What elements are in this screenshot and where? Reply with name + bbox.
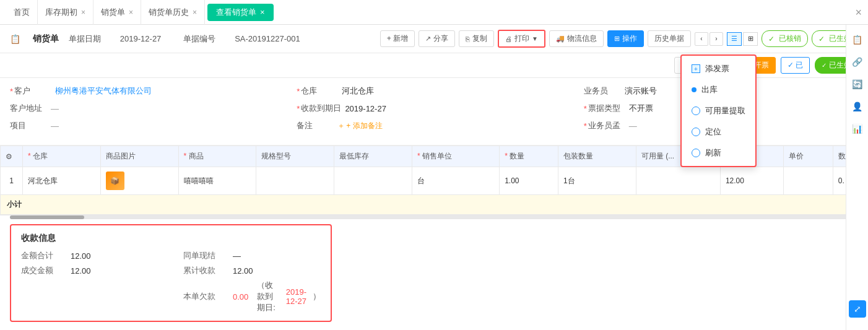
close-view-sales-tab[interactable]: × (260, 4, 265, 21)
operation-dropdown: + 添发票 出库 可用量提取 定位 刷新 (680, 54, 757, 167)
sales-rep-value: — (629, 121, 637, 131)
customer-value[interactable]: 柳州粤港平安气体有限公司 (55, 85, 152, 97)
row-stock: 12.00 (720, 167, 784, 195)
sales-person-value: 演示账号 (625, 85, 657, 97)
col-product-img: 商品图片 (100, 146, 178, 167)
close-sales-history-tab[interactable]: × (193, 8, 197, 17)
print-button[interactable]: 🖨 打印 ▼ (498, 30, 545, 48)
payment-due-field: * 收款到期日 2019-12-27 (297, 103, 571, 114)
menu-refresh[interactable]: 刷新 (682, 142, 755, 163)
warehouse-field: * 仓库 河北仓库 (297, 85, 571, 97)
copy-button[interactable]: ⎘ 复制 (459, 30, 494, 47)
total-amount-row: 金额合计 12.00 (21, 250, 158, 261)
warehouse-value: 河北仓库 (342, 85, 374, 97)
row-available (636, 167, 720, 195)
doc-icon: 📋 (10, 34, 20, 44)
col-settings[interactable]: ⚙ (1, 146, 23, 167)
cumulative-payment-value: 12.00 (233, 266, 253, 276)
payment-info-title: 收款信息 (21, 233, 321, 244)
col-pack-qty: 包装数量 (558, 146, 636, 167)
close-inventory-init-tab[interactable]: × (81, 8, 85, 17)
note-field: 备注 ＋ + 添加备注 (297, 120, 571, 131)
transaction-amount-row: 成交金额 12.00 (21, 265, 158, 276)
col-spec: 规格型号 (256, 146, 334, 167)
product-thumbnail: 📦 (106, 172, 124, 190)
add-invoice-icon: + (692, 64, 700, 73)
menu-add-invoice[interactable]: + 添发票 (682, 58, 755, 79)
current-debt-row: 本单欠款 0.00 （收款到期日: 2019-12-27 ） (183, 280, 321, 313)
tab-sales-order[interactable]: 销货单 × (93, 0, 141, 25)
sidebar-icon-3[interactable]: 🔄 (849, 76, 866, 93)
address-field: 客户地址 — (10, 103, 284, 114)
transaction-amount-value: 12.00 (71, 266, 91, 276)
ship-out-icon (692, 87, 697, 92)
subtotal-label: 小计 (1, 195, 868, 215)
new-button[interactable]: + 新增 (380, 30, 415, 47)
sidebar-icon-1[interactable]: 📋 (849, 31, 866, 48)
view-table-button[interactable]: ☰ (727, 32, 742, 46)
row-product-img: 📦 (100, 167, 178, 195)
doc-number-label: 单据编号 SA-20191227-001 (183, 33, 312, 45)
doc-header: 📋 销货单 单据日期 2019-12-27 单据编号 SA-20191227-0… (0, 25, 868, 53)
share-button[interactable]: ↗ 分享 (419, 30, 455, 47)
tab-view-sales[interactable]: 查看销货单 × (207, 4, 274, 21)
row-unit-price (784, 167, 833, 195)
project-field: 项目 — (10, 120, 284, 131)
tab-sales-history[interactable]: 销货单历史 × (141, 0, 205, 25)
sidebar-icon-4[interactable]: 👤 (849, 98, 866, 115)
tab-home[interactable]: 首页 (6, 0, 38, 25)
cancel-status-badge: ✓ 已核销 (762, 30, 808, 47)
col-min-stock: 最低库存 (334, 146, 412, 167)
col-sales-unit: * 销售单位 (412, 146, 499, 167)
tab-bar: 首页 库存期初 × 销货单 × 销货单历史 × 查看销货单 × × (0, 0, 868, 25)
doc-number-value: SA-20191227-001 (235, 34, 300, 43)
col-product: * 商品 (178, 146, 256, 167)
confirm-button[interactable]: ✓ 已 (781, 57, 810, 74)
available-qty-icon (692, 106, 700, 115)
row-sales-unit: 台 (412, 167, 499, 195)
ticket-type-value: 不开票 (629, 103, 653, 114)
same-order-row: 同单现结 — (183, 250, 321, 261)
close-sales-order-tab[interactable]: × (129, 8, 133, 17)
add-note-button[interactable]: ＋ + 添加备注 (337, 121, 382, 131)
total-amount-value: 12.00 (71, 251, 91, 261)
doc-actions: + 新增 ↗ 分享 ⎘ 复制 🖨 打印 ▼ 🚚 物流信息 (380, 30, 858, 48)
customer-field: * 客户 柳州粤港平安气体有限公司 (10, 85, 284, 97)
row-spec (256, 167, 334, 195)
row-warehouse: 河北仓库 (23, 167, 101, 195)
view-grid-button[interactable]: ⊞ (743, 32, 758, 46)
table-row: 1 河北仓库 📦 嘻嘻嘻嘻 台 1.00 1台 12.00 (1, 167, 868, 195)
row-num: 1 (1, 167, 23, 195)
payment-due-value: 2019-12-27 (345, 104, 386, 113)
menu-ship-out[interactable]: 出库 (682, 79, 755, 100)
sidebar-icon-2[interactable]: 🔗 (849, 53, 866, 71)
menu-locate[interactable]: 定位 (682, 121, 755, 142)
tab-inventory-init[interactable]: 库存期初 × (38, 0, 93, 25)
subtotal-row: 小计 (1, 195, 868, 215)
locate-icon (692, 128, 700, 136)
right-sidebar: 📋 🔗 🔄 👤 📊 ⤢ (846, 25, 868, 330)
sidebar-icon-5[interactable]: 📊 (849, 120, 866, 137)
prev-arrow[interactable]: ‹ (695, 32, 708, 46)
row-min-stock (334, 167, 412, 195)
doc-title: 销货单 (33, 33, 59, 45)
col-qty: * 数量 (500, 146, 558, 167)
col-unit-price: 单价 (784, 146, 833, 167)
project-value: — (51, 121, 59, 131)
menu-available-qty[interactable]: 可用量提取 (682, 100, 755, 121)
payment-info-section: 收款信息 金额合计 12.00 同单现结 — 成交金额 12.00 累计收款 1… (10, 224, 332, 322)
current-debt-value: 0.00 (233, 292, 248, 302)
logistics-button[interactable]: 🚚 物流信息 (549, 30, 604, 47)
scroll-thumb[interactable] (10, 215, 84, 219)
doc-date-label: 单据日期 2019-12-27 (69, 33, 173, 45)
address-value: — (51, 104, 59, 113)
history-button[interactable]: 历史单据 (648, 30, 691, 47)
sidebar-icon-expand[interactable]: ⤢ (849, 300, 866, 318)
scroll-indicator (10, 215, 858, 219)
doc-date-value: 2019-12-27 (120, 34, 162, 43)
operation-button[interactable]: ⊞ 操作 (607, 30, 644, 47)
row-qty: 1.00 (500, 167, 558, 195)
next-arrow[interactable]: › (710, 32, 723, 46)
view-toggle: ☰ ⊞ (727, 32, 758, 46)
close-window-button[interactable]: × (855, 6, 862, 19)
